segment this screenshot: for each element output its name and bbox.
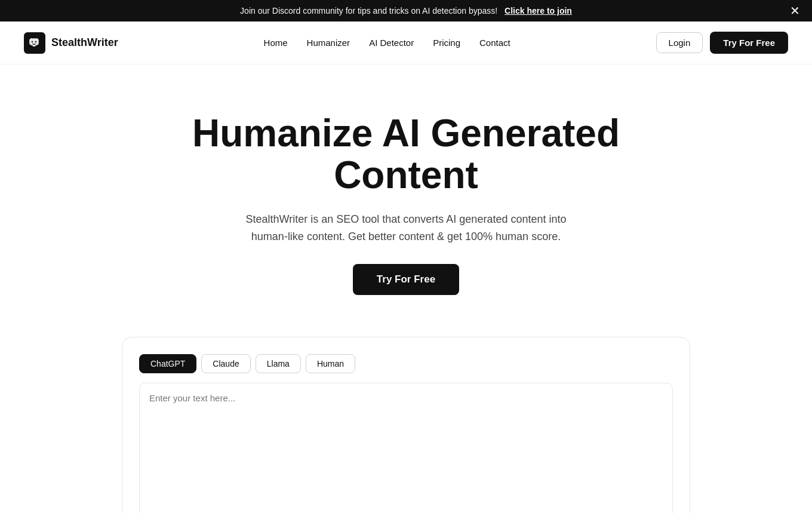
navbar-nav: Home Humanizer AI Detector Pricing Conta… <box>264 38 510 48</box>
tool-panel: ChatGPT Claude Llama Human <box>122 337 690 513</box>
try-free-nav-button[interactable]: Try For Free <box>710 32 788 54</box>
brand-icon <box>24 32 45 54</box>
navbar-actions: Login Try For Free <box>656 32 788 54</box>
navbar: StealthWriter Home Humanizer AI Detector… <box>0 21 812 64</box>
hero-subtitle: StealthWriter is an SEO tool that conver… <box>239 211 573 245</box>
nav-home[interactable]: Home <box>264 38 288 48</box>
banner-link[interactable]: Click here to join <box>505 6 572 16</box>
tab-claude[interactable]: Claude <box>201 354 250 373</box>
tool-panel-wrapper: ChatGPT Claude Llama Human <box>107 337 705 513</box>
tab-llama[interactable]: Llama <box>256 354 301 373</box>
svg-point-2 <box>35 41 36 42</box>
tab-human[interactable]: Human <box>306 354 355 373</box>
nav-contact[interactable]: Contact <box>479 38 510 48</box>
text-input[interactable] <box>139 383 673 513</box>
nav-humanizer[interactable]: Humanizer <box>307 38 350 48</box>
hero-title: Humanize AI Generated Content <box>137 112 675 196</box>
banner-text: Join our Discord community for tips and … <box>240 6 497 16</box>
banner-close-button[interactable]: ✕ <box>790 5 800 17</box>
tab-chatgpt[interactable]: ChatGPT <box>139 354 196 373</box>
brand-name: StealthWriter <box>51 36 118 49</box>
login-button[interactable]: Login <box>656 32 703 53</box>
brand-logo-link[interactable]: StealthWriter <box>24 32 118 54</box>
tool-tabs: ChatGPT Claude Llama Human <box>139 354 673 373</box>
announcement-banner: Join our Discord community for tips and … <box>0 0 812 21</box>
nav-pricing[interactable]: Pricing <box>433 38 460 48</box>
nav-ai-detector[interactable]: AI Detector <box>369 38 414 48</box>
hero-section: Humanize AI Generated Content StealthWri… <box>0 64 812 319</box>
svg-point-1 <box>32 41 33 42</box>
hero-cta-button[interactable]: Try For Free <box>353 264 459 295</box>
